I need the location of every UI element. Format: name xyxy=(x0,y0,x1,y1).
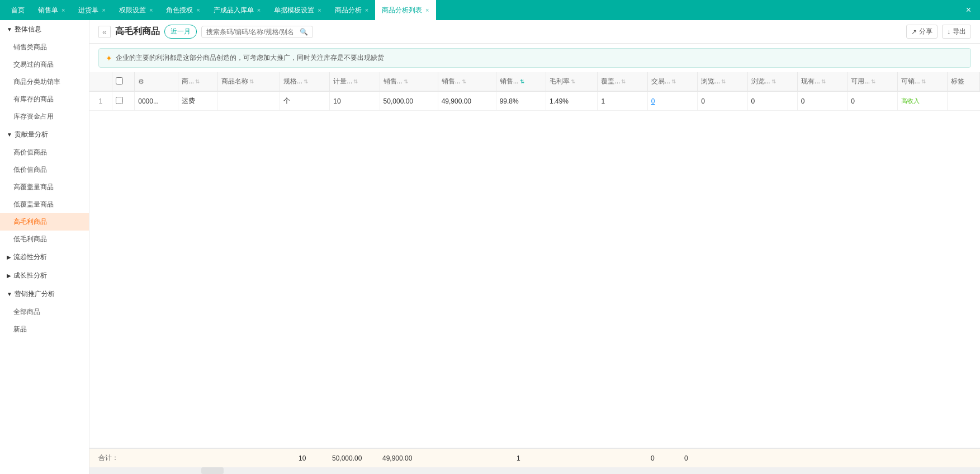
nav-purchase[interactable]: 进货单 × xyxy=(72,0,112,20)
cell-browse2: 0 xyxy=(698,91,747,111)
footer-cell-trade: 1 xyxy=(513,454,547,462)
footer-cell-profit: 49,900.00 xyxy=(379,454,429,462)
nav-role[interactable]: 角色授权 × xyxy=(159,0,206,20)
cell-sales-qty: 10 xyxy=(330,91,380,111)
sidebar-group-flow[interactable]: ▶ 流趋性分析 xyxy=(0,248,89,266)
sidebar-item-high-value[interactable]: 高价值商品 xyxy=(0,144,89,161)
sidebar-item-all-goods[interactable]: 全部商品 xyxy=(0,303,89,321)
content-header: « 高毛利商品 近一月 🔍 ↗ 分享 ↓ 导出 xyxy=(89,20,980,44)
nav-template[interactable]: 单据模板设置 × xyxy=(267,0,328,20)
content-area: « 高毛利商品 近一月 🔍 ↗ 分享 ↓ 导出 ✦ 企业的主要的利润都是这部 xyxy=(89,20,980,474)
nav-sales-close[interactable]: × xyxy=(61,7,65,13)
search-box: 🔍 xyxy=(201,26,313,38)
nav-permission-close[interactable]: × xyxy=(149,7,153,13)
col-checkbox[interactable] xyxy=(112,72,135,91)
sort-icon: ⇅ xyxy=(353,78,358,85)
tip-icon: ✦ xyxy=(106,54,112,63)
sidebar-group-growth[interactable]: ▶ 成长性分析 xyxy=(0,266,89,285)
header-actions: ↗ 分享 ↓ 导出 xyxy=(906,25,971,39)
sidebar-item-category-rate[interactable]: 商品分类助销率 xyxy=(0,73,89,91)
nav-analysis-list-close[interactable]: × xyxy=(425,7,429,13)
sort-icon: ⇅ xyxy=(921,78,926,85)
footer-cell-avail: 0 xyxy=(647,454,681,462)
sidebar-item-stock-capital[interactable]: 库存资金占用 xyxy=(0,108,89,125)
sidebar-item-in-stock[interactable]: 有库存的商品 xyxy=(0,91,89,108)
export-button[interactable]: ↓ 导出 xyxy=(942,25,971,39)
nav-sales[interactable]: 销售单 × xyxy=(31,0,72,20)
cell-gross-rate: 99.8% xyxy=(496,91,546,111)
table-row: 1 0000... 运费 个 10 50,000.00 49,900.00 99… xyxy=(89,91,980,111)
sidebar-group-overall[interactable]: ▼ 整体信息 xyxy=(0,20,89,39)
sidebar-group-contribution[interactable]: ▼ 贡献量分析 xyxy=(0,125,89,144)
footer-cell-current xyxy=(614,454,647,462)
nav-analysis[interactable]: 商品分析 × xyxy=(328,0,375,20)
cell-saleable: 0 xyxy=(848,91,897,111)
col-saleable[interactable]: 可销...⇅ xyxy=(897,72,947,91)
cell-available: 0 xyxy=(797,91,847,111)
col-unit[interactable]: 计量...⇅ xyxy=(330,72,380,91)
export-icon: ↓ xyxy=(947,28,950,36)
arrow-icon: ▼ xyxy=(7,26,12,32)
footer-cell-amount: 50,000.00 xyxy=(329,454,379,462)
page-title: 高毛利商品 xyxy=(115,26,160,37)
footer-cell-spacer2 xyxy=(429,454,474,462)
cell-tag: 高收入 xyxy=(897,91,947,111)
search-input[interactable] xyxy=(206,28,300,36)
arrow-icon: ▼ xyxy=(7,132,12,138)
nav-product-in-close[interactable]: × xyxy=(257,7,261,13)
col-browse1[interactable]: 浏览...⇅ xyxy=(698,72,747,91)
settings-icon[interactable]: ⚙ xyxy=(138,78,144,86)
sidebar-item-sales-goods[interactable]: 销售类商品 xyxy=(0,39,89,56)
select-all-checkbox[interactable] xyxy=(116,77,123,85)
cell-trade: 1 xyxy=(598,91,647,111)
cell-coverage: 1.49% xyxy=(546,91,598,111)
filter-period-button[interactable]: 近一月 xyxy=(164,25,197,39)
col-coverage[interactable]: 覆盖...⇅ xyxy=(598,72,647,91)
sidebar-item-new-goods[interactable]: 新品 xyxy=(0,321,89,338)
row-checkbox[interactable] xyxy=(116,97,123,104)
sidebar-item-low-margin[interactable]: 低毛利商品 xyxy=(0,231,89,248)
col-sales-profit[interactable]: 销售...⇅ xyxy=(496,72,546,91)
nav-analysis-close[interactable]: × xyxy=(365,7,368,13)
search-icon[interactable]: 🔍 xyxy=(300,28,308,36)
cell-current: 0 xyxy=(747,91,797,111)
col-browse2[interactable]: 浏览...⇅ xyxy=(747,72,797,91)
cell-browse1[interactable]: 0 xyxy=(647,91,697,111)
nav-product-in[interactable]: 产成品入库单 × xyxy=(207,0,267,20)
sidebar: ▼ 整体信息 销售类商品 交易过的商品 商品分类助销率 有库存的商品 库存资金占… xyxy=(0,20,89,474)
col-trade[interactable]: 交易...⇅ xyxy=(647,72,697,91)
cell-code: 0000... xyxy=(135,91,178,111)
nav-home[interactable]: 首页 xyxy=(4,0,31,20)
col-tag[interactable]: 标签 xyxy=(947,72,979,91)
browse1-link[interactable]: 0 xyxy=(651,97,655,105)
col-sales-amount[interactable]: 销售...⇅ xyxy=(438,72,496,91)
bottom-scrollbar[interactable] xyxy=(89,467,980,474)
sidebar-item-high-margin[interactable]: 高毛利商品 xyxy=(0,213,89,231)
col-code[interactable]: 商...⇅ xyxy=(178,72,218,91)
cell-checkbox[interactable] xyxy=(112,91,135,111)
cell-sales-profit: 49,900.00 xyxy=(438,91,496,111)
nav-permission[interactable]: 权限设置 × xyxy=(112,0,159,20)
nav-analysis-list[interactable]: 商品分析列表 × xyxy=(375,0,435,20)
col-current[interactable]: 现有...⇅ xyxy=(797,72,847,91)
nav-purchase-close[interactable]: × xyxy=(102,7,105,13)
sidebar-item-high-coverage[interactable]: 高覆盖量商品 xyxy=(0,179,89,196)
cell-unit: 个 xyxy=(280,91,329,111)
nav-role-close[interactable]: × xyxy=(196,7,200,13)
col-available[interactable]: 可用...⇅ xyxy=(848,72,897,91)
col-settings[interactable]: ⚙ xyxy=(135,72,178,91)
share-button[interactable]: ↗ 分享 xyxy=(906,25,938,39)
nav-template-close[interactable]: × xyxy=(318,7,321,13)
sidebar-group-marketing[interactable]: ▼ 营销推广分析 xyxy=(0,285,89,303)
close-all-button[interactable]: × xyxy=(962,5,976,15)
collapse-sidebar-button[interactable]: « xyxy=(98,26,111,38)
col-gross-rate[interactable]: 毛利率⇅ xyxy=(546,72,598,91)
col-spec[interactable]: 规格...⇅ xyxy=(280,72,329,91)
sidebar-item-low-value[interactable]: 低价值商品 xyxy=(0,161,89,179)
col-sales-qty[interactable]: 销售...⇅ xyxy=(380,72,438,91)
arrow-icon: ▶ xyxy=(7,254,11,260)
sidebar-item-traded-goods[interactable]: 交易过的商品 xyxy=(0,56,89,73)
col-name[interactable]: 商品名称⇅ xyxy=(217,72,280,91)
sidebar-item-low-coverage[interactable]: 低覆盖量商品 xyxy=(0,196,89,213)
footer-total: 合计： 10 50,000.00 49,900.00 1 0 0 xyxy=(89,448,980,467)
